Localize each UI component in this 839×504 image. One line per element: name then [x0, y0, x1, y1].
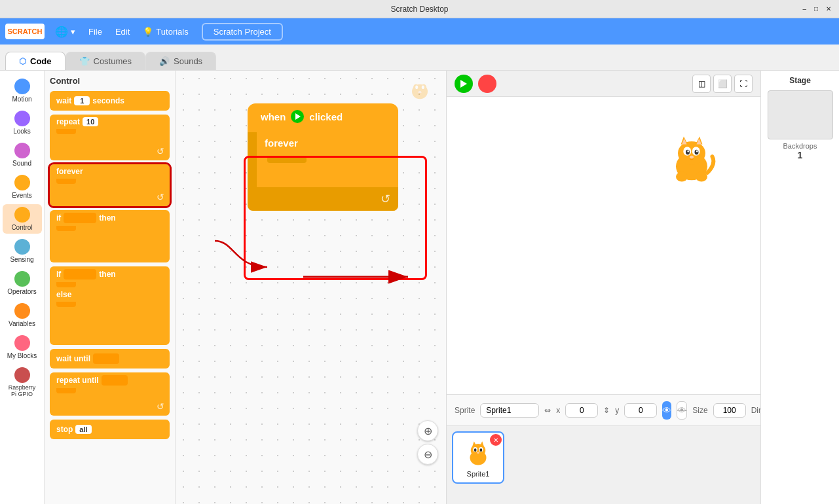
titlebar: Scratch Desktop – □ ✕ — [0, 0, 839, 18]
categories-panel: Motion Looks Sound Events Control Sensin… — [0, 71, 45, 504]
sidebar-item-myblocks[interactable]: My Blocks — [3, 333, 42, 362]
tutorials-button[interactable]: 💡 Tutorials — [138, 24, 193, 39]
ws-event-block[interactable]: when clicked — [248, 103, 398, 130]
looks-dot — [14, 111, 30, 126]
block-if-then[interactable]: if then — [50, 210, 170, 262]
clicked-label: clicked — [309, 111, 343, 122]
file-label: File — [88, 27, 102, 37]
edit-menu[interactable]: Edit — [110, 24, 135, 39]
wait-input[interactable]: 1 — [74, 96, 90, 105]
repeat-until-arrow: ↺ — [157, 401, 164, 412]
main-area: Motion Looks Sound Events Control Sensin… — [0, 71, 839, 504]
show-button[interactable]: 👁 — [662, 401, 671, 420]
y-arrows-icon: ⇕ — [603, 406, 610, 415]
stage-thumbnail[interactable] — [768, 90, 833, 139]
stop-button[interactable] — [478, 75, 496, 93]
sidebar-item-variables[interactable]: Variables — [3, 300, 42, 330]
tab-code[interactable]: ⬡ Code — [5, 52, 65, 70]
wait-until-label: wait until — [56, 354, 90, 363]
minimize-btn[interactable]: – — [800, 5, 809, 12]
maximize-btn[interactable]: □ — [811, 5, 821, 12]
file-menu[interactable]: File — [83, 24, 107, 39]
repeat-label: repeat — [56, 117, 80, 126]
hide-button[interactable]: 👁 — [677, 401, 687, 420]
layout-medium-button[interactable]: ⬜ — [713, 75, 732, 93]
control-dot — [14, 207, 30, 223]
y-label: y — [615, 406, 619, 415]
control-label: Control — [11, 224, 32, 231]
svg-point-14 — [678, 141, 705, 165]
svg-point-4 — [422, 85, 424, 89]
svg-point-36 — [477, 452, 479, 454]
svg-marker-30 — [472, 441, 476, 446]
x-arrows-icon: ⇔ — [544, 406, 551, 415]
size-input[interactable] — [713, 403, 746, 418]
sprite-name-input[interactable] — [480, 403, 539, 418]
stage-side-panel: Stage Backdrops 1 — [760, 71, 839, 504]
green-flag-button[interactable] — [455, 75, 473, 93]
repeat-input[interactable]: 10 — [83, 117, 98, 126]
backdrops-count: 1 — [761, 150, 839, 160]
stop-input[interactable]: all — [75, 425, 91, 434]
sidebar-item-operators[interactable]: Operators — [3, 268, 42, 298]
svg-marker-31 — [480, 441, 484, 446]
tab-costumes[interactable]: 👕 Costumes — [65, 52, 146, 70]
looks-label: Looks — [13, 128, 31, 135]
sidebar-item-motion[interactable]: Motion — [3, 76, 42, 105]
layout-small-button[interactable]: ◫ — [692, 75, 711, 93]
sidebar-item-events[interactable]: Events — [3, 172, 42, 202]
language-button[interactable]: 🌐 ▾ — [50, 23, 81, 41]
ws-forever-block[interactable]: forever ↺ — [248, 132, 398, 211]
x-label: x — [556, 406, 560, 415]
stage-cat-sprite — [662, 130, 721, 189]
zoom-controls: ⊕ ⊖ — [417, 420, 438, 465]
block-repeat[interactable]: repeat 10 ↺ — [50, 115, 170, 160]
operators-dot — [14, 271, 30, 287]
sprite-info-bar: Sprite ⇔ x ⇕ y 👁 👁 Size Direction — [447, 394, 760, 425]
window-controls[interactable]: – □ ✕ — [800, 5, 834, 12]
sidebar-item-raspi[interactable]: Raspberry Pi GPIO — [3, 365, 42, 400]
sprite-thumb-sprite1[interactable]: ✕ Sprite1 — [452, 431, 504, 484]
red-arrow-main — [303, 264, 434, 303]
repeat-arrow: ↺ — [157, 146, 164, 156]
stage-toolbar: ◫ ⬜ ⛶ — [447, 71, 760, 97]
red-arrow — [241, 202, 392, 267]
tutorials-label: Tutorials — [156, 27, 188, 37]
if2-label: if — [56, 270, 61, 279]
block-stop[interactable]: stop all — [50, 420, 170, 439]
forever-ws-label: forever — [265, 137, 298, 149]
menubar: SCRATCH 🌐 ▾ File Edit 💡 Tutorials Scratc… — [0, 18, 839, 45]
y-input[interactable] — [624, 403, 657, 418]
block-repeat-until[interactable]: repeat until ↺ — [50, 372, 170, 416]
zoom-out-icon: ⊖ — [424, 448, 432, 461]
green-flag-icon — [291, 110, 304, 123]
sprite-thumb-name: Sprite1 — [467, 470, 490, 478]
sprite-thumb-image — [462, 437, 494, 470]
block-wait[interactable]: wait 1 seconds — [50, 91, 170, 111]
sidebar-item-sensing[interactable]: Sensing — [3, 236, 42, 266]
sprite-delete-button[interactable]: ✕ — [490, 434, 502, 446]
sidebar-item-sound[interactable]: Sound — [3, 140, 42, 170]
sprite-label: Sprite — [455, 406, 475, 415]
operators-label: Operators — [7, 288, 36, 295]
block-if-else[interactable]: if then else — [50, 266, 170, 345]
tab-code-label: Code — [30, 56, 52, 66]
zoom-out-button[interactable]: ⊖ — [417, 444, 438, 465]
inner-slot — [267, 156, 307, 163]
variables-dot — [14, 303, 30, 319]
x-input[interactable] — [565, 403, 598, 418]
svg-marker-12 — [460, 80, 467, 88]
tab-sounds[interactable]: 🔊 Sounds — [145, 52, 216, 70]
svg-point-34 — [474, 448, 477, 452]
block-forever[interactable]: forever ↺ — [50, 164, 170, 206]
project-name-field[interactable]: Scratch Project — [202, 23, 283, 41]
block-wait-until[interactable]: wait until — [50, 349, 170, 369]
zoom-in-button[interactable]: ⊕ — [417, 420, 438, 441]
layout-fullscreen-button[interactable]: ⛶ — [734, 75, 753, 93]
sidebar-item-looks[interactable]: Looks — [3, 108, 42, 137]
sound-dot — [14, 143, 30, 158]
sidebar-item-control[interactable]: Control — [3, 204, 42, 234]
sound-label: Sound — [12, 160, 31, 167]
close-btn[interactable]: ✕ — [823, 5, 834, 12]
blocks-panel: Control wait 1 seconds repeat 10 ↺ forev… — [45, 71, 176, 504]
